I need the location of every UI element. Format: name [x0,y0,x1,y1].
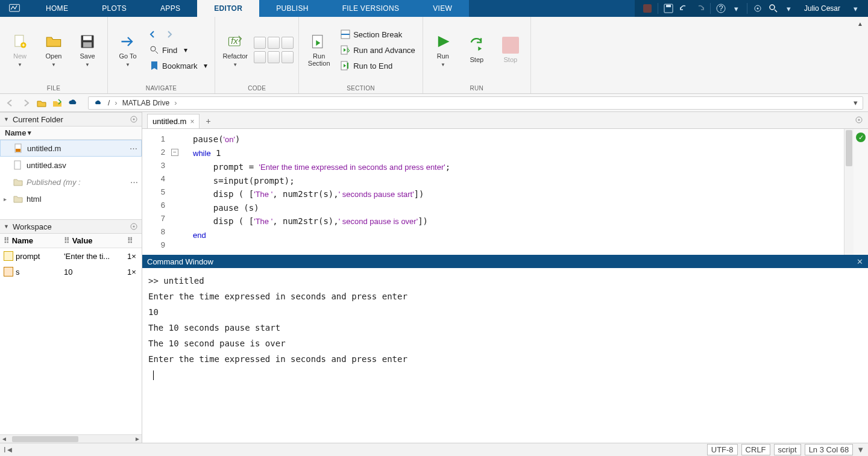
code-tool-1-icon[interactable] [254,37,266,49]
run-to-end-button[interactable]: Run to End [338,59,418,72]
target-icon[interactable] [752,3,763,14]
redo-icon[interactable] [694,3,705,14]
status-eol[interactable]: CRLF [741,444,770,455]
run-button[interactable]: Run▼ [428,26,458,74]
file-item-published[interactable]: Published (my : ⋯ [0,173,142,190]
search-icon[interactable] [768,3,779,14]
gear-icon[interactable] [855,116,863,124]
tab-view[interactable]: VIEW [416,0,469,17]
ribbon: New▼ Open▼ Save▼ FILE Go To▼ [0,17,868,94]
find-button[interactable]: Find ▾ [146,43,210,57]
code-tool-5-icon[interactable] [268,51,280,63]
tab-editor[interactable]: EDITOR [197,0,259,17]
workspace-header[interactable]: ▼ Workspace [0,219,142,234]
save-button[interactable]: Save▼ [72,26,102,74]
tab-apps[interactable]: APPS [143,0,197,17]
close-tab-icon[interactable]: × [190,117,194,126]
ws-dim: 1× [124,264,142,280]
nav-back-icon[interactable] [5,98,16,108]
step-button[interactable]: Step [462,26,492,74]
breadcrumb-root[interactable]: / [108,99,110,107]
nav-back-forward[interactable] [146,28,210,41]
gear-icon[interactable]: ✕ [857,257,863,266]
new-label: New [13,52,27,60]
new-tab-button[interactable]: + [200,114,216,128]
ribbon-navigate-label: NAVIGATE [108,83,215,93]
tab-home[interactable]: HOME [29,0,85,17]
more-icon[interactable]: ⋯ [130,178,138,187]
user-dropdown-icon[interactable]: ▾ [850,3,861,14]
dropdown-icon[interactable]: ▾ [731,3,742,14]
browse-icon[interactable] [52,98,63,108]
command-window-body[interactable]: >> untitled Enter the time expressed in … [142,268,868,443]
left-scrollbar[interactable]: ◄► [0,434,142,443]
file-item-untitled-asv[interactable]: untitled.asv [0,157,142,173]
editor-scrollbar[interactable] [844,129,854,255]
ws-row-s[interactable]: s [0,264,60,280]
file-name: untitled.asv [27,161,66,170]
quick-access-toolbar: ? ▾ ▾ Julio Cesar ▾ [635,0,868,17]
run-section-label: Run Section [308,52,330,67]
save-icon[interactable] [663,3,674,14]
tab-publish[interactable]: PUBLISH [259,0,325,17]
stop-icon[interactable] [642,3,653,14]
status-menu-icon[interactable]: ▼ [857,445,864,454]
expand-icon[interactable]: ▸ [4,196,10,202]
status-cursor-pos[interactable]: Ln 3 Col 68 [805,444,854,455]
gear-icon[interactable] [130,222,138,231]
save-label: Save [80,52,95,60]
open-button[interactable]: Open▼ [39,26,69,74]
cloud-sync-icon[interactable] [68,98,78,108]
ribbon-group-file: New▼ Open▼ Save▼ FILE [0,17,108,93]
code-editor[interactable]: 123456789 − pause('on') while 1 prompt =… [142,129,868,255]
code-tool-2-icon[interactable] [268,37,280,49]
ws-col-value[interactable]: ⠿ Value [60,234,124,248]
search-dropdown-icon[interactable]: ▾ [784,3,794,14]
user-name[interactable]: Julio Cesar [799,4,845,13]
ws-row-prompt[interactable]: prompt [0,248,60,264]
path-dropdown-icon[interactable]: ▾ [854,98,858,107]
stop-button[interactable]: Stop [495,26,526,74]
more-icon[interactable]: ⋯ [130,144,137,153]
run-and-advance-button[interactable]: Run and Advance [338,43,418,57]
undo-icon[interactable] [679,3,690,14]
new-button[interactable]: New▼ [5,26,35,74]
collapse-ribbon-icon[interactable]: ▲ [857,20,863,27]
file-item-html[interactable]: ▸ html [0,190,142,207]
tab-plots[interactable]: PLOTS [85,0,143,17]
file-name: untitled.m [27,144,61,153]
skip-back-icon[interactable]: I◄ [4,445,13,454]
name-column-header[interactable]: Name ▾ [0,126,142,140]
ws-col-extra[interactable]: ⠿ [124,234,142,248]
collapse-icon: ▼ [4,223,9,230]
gear-icon[interactable] [130,115,138,123]
status-encoding[interactable]: UTF-8 [707,444,738,455]
command-window-header[interactable]: Command Window ✕ [142,255,868,268]
file-item-untitled-m[interactable]: untitled.m ⋯ [0,140,142,157]
goto-button[interactable]: Go To▼ [113,26,143,74]
tab-file-versions[interactable]: FILE VERSIONS [326,0,417,17]
bookmark-button[interactable]: Bookmark ▾ [146,59,210,72]
svg-point-33 [858,119,860,121]
code-tool-4-icon[interactable] [254,51,266,63]
ws-value: 'Enter the ti... [60,248,124,264]
status-filetype[interactable]: script [774,444,801,455]
code-tool-6-icon[interactable] [281,51,294,63]
current-folder-header[interactable]: ▼ Current Folder [0,112,142,126]
workspace-title: Workspace [13,222,52,231]
code-health-gutter: ✓ [854,129,868,255]
up-folder-icon[interactable] [36,98,47,108]
code-tool-3-icon[interactable] [281,37,294,49]
breadcrumb-drive[interactable]: MATLAB Drive [122,99,169,107]
fold-marker-icon[interactable]: − [171,149,178,156]
help-icon[interactable]: ? [715,3,726,14]
code-body[interactable]: pause('on') while 1 prompt = 'Enter the … [183,129,844,255]
ws-col-name[interactable]: ⠿ Name [0,234,60,248]
file-icon [13,160,23,170]
section-break-button[interactable]: Section Break [338,28,418,41]
run-section-button[interactable]: Run Section [304,26,334,74]
refactor-button[interactable]: fx Refactor▼ [220,26,250,74]
editor-tab-untitled[interactable]: untitled.m × [147,114,200,128]
nav-forward-icon[interactable] [20,98,31,108]
var-string-icon [4,251,13,261]
